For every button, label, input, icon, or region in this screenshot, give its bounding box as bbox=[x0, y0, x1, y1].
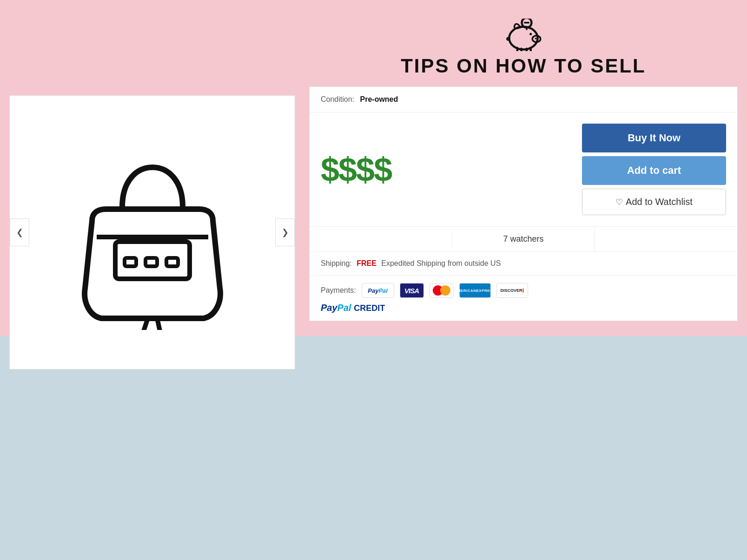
watchers-row: 7 watchers bbox=[310, 227, 737, 252]
watchers-cell-right bbox=[595, 232, 737, 247]
piggy-bank-icon bbox=[502, 19, 544, 51]
product-detail-box: Condition: Pre-owned $$$$ Buy It Now Add… bbox=[309, 86, 738, 321]
price-display: $$$$ bbox=[321, 151, 568, 189]
info-panel: TIPS ON HOW TO SELL Condition: Pre-owned… bbox=[309, 19, 738, 321]
buy-now-button[interactable]: Buy It Now bbox=[582, 124, 726, 152]
add-to-cart-button[interactable]: Add to cart bbox=[582, 156, 726, 185]
svg-rect-1 bbox=[125, 258, 136, 266]
svg-point-13 bbox=[536, 38, 538, 40]
shipping-row: Shipping: FREE Expedited Shipping from o… bbox=[310, 252, 737, 276]
paypal-card-icon: PayPal bbox=[362, 283, 394, 298]
svg-point-12 bbox=[535, 38, 536, 40]
brand-header: TIPS ON HOW TO SELL bbox=[401, 19, 646, 77]
next-image-button[interactable]: ❯ bbox=[275, 218, 295, 246]
watchers-cell-left bbox=[310, 232, 452, 247]
mastercard-icon bbox=[430, 283, 454, 298]
payments-row: Payments: PayPal VISA bbox=[310, 276, 737, 321]
shipping-details: Expedited Shipping from outside US bbox=[381, 259, 501, 267]
action-buttons: Buy It Now Add to cart ♡ Add to Watchlis… bbox=[582, 124, 726, 215]
watchlist-label: Add to Watchlist bbox=[626, 197, 693, 207]
brand-title: TIPS ON HOW TO SELL bbox=[401, 55, 646, 77]
amex-card-icon: AMERICAN EXPRESS bbox=[459, 283, 491, 298]
price-actions-row: $$$$ Buy It Now Add to cart ♡ Add to Wat… bbox=[310, 112, 737, 227]
condition-value: Pre-owned bbox=[360, 95, 398, 103]
condition-label: Condition: bbox=[321, 95, 354, 103]
svg-point-10 bbox=[509, 27, 537, 50]
shipping-free: FREE bbox=[357, 259, 377, 267]
product-image-panel: ❮ ❯ bbox=[9, 95, 295, 369]
payments-label: Payments: bbox=[321, 286, 356, 295]
svg-rect-2 bbox=[145, 258, 157, 266]
watchers-count: 7 watchers bbox=[452, 227, 595, 251]
paypal-credit: PayPal CREDIT bbox=[321, 303, 726, 313]
condition-row: Condition: Pre-owned bbox=[310, 87, 737, 112]
svg-rect-3 bbox=[166, 258, 178, 266]
add-to-watchlist-button[interactable]: ♡ Add to Watchlist bbox=[582, 189, 726, 215]
payment-icons-line: Payments: PayPal VISA bbox=[321, 283, 726, 298]
page-content: ❮ ❯ bbox=[0, 0, 747, 560]
prev-image-button[interactable]: ❮ bbox=[10, 218, 29, 246]
visa-card-icon: VISA bbox=[400, 283, 424, 298]
heart-icon: ♡ bbox=[615, 197, 623, 207]
svg-point-14 bbox=[529, 33, 532, 35]
shipping-label: Shipping: bbox=[321, 259, 352, 267]
discover-card-icon: DISCOVER bbox=[496, 283, 528, 298]
product-image bbox=[55, 135, 250, 330]
